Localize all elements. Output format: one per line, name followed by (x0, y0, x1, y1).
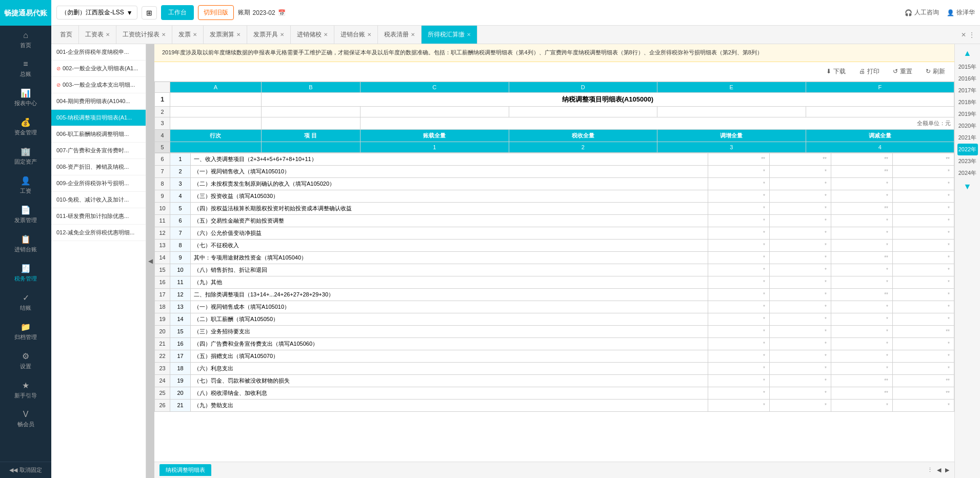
c4-10[interactable] (893, 264, 954, 276)
c2-7[interactable] (770, 227, 831, 239)
year-btn-2022[interactable]: 2022年 (957, 144, 978, 155)
company-icon-btn[interactable]: ⊞ (142, 6, 157, 19)
item-9[interactable]: 其中：专项用途财政性资金（填写A105040） (191, 251, 708, 264)
item-10[interactable]: （八）销售折扣、折让和退回 (191, 264, 708, 276)
left-panel-item-asset-depreciation[interactable]: 008-资产折旧、摊销及纳税... (51, 159, 146, 175)
hang-2[interactable]: 2 (170, 165, 191, 177)
item-17[interactable]: （五）捐赠支出（填写A105070） (191, 350, 708, 362)
sidebar-item-asset-mgmt[interactable]: 💰资金管理 (0, 112, 51, 142)
hang-1[interactable]: 1 (170, 153, 191, 165)
c4-17[interactable] (893, 350, 954, 362)
sidebar-item-invoice-mgmt[interactable]: 📄发票管理 (0, 200, 51, 229)
sidebar-item-home[interactable]: ⌂首页 (0, 26, 51, 54)
item-15[interactable]: （三）业务招待要支出 (191, 325, 708, 337)
item-11[interactable]: （九）其他 (191, 276, 708, 288)
c3-1[interactable]: * (831, 153, 893, 165)
left-panel-item-corp-income[interactable]: 001-企业所得税年度纳税申... (51, 44, 146, 61)
hang-11[interactable]: 11 (170, 276, 191, 288)
item-21[interactable]: （九）赞助支出 (191, 399, 708, 411)
c1-7[interactable] (708, 227, 770, 239)
year-btn-2024[interactable]: 2024年 (957, 167, 978, 179)
hang-16[interactable]: 16 (170, 337, 191, 350)
c2-12[interactable] (770, 288, 831, 301)
item-20[interactable]: （八）税收滞纳金、加收利息 (191, 387, 708, 399)
left-panel-item-ad-fee[interactable]: 007-广告费和业务宣传费时... (51, 143, 146, 159)
more-tabs-btn[interactable]: ⋮ (969, 31, 975, 38)
hang-10[interactable]: 10 (170, 264, 191, 276)
item-2[interactable]: （一）视同销售收入（填写A105010） (191, 165, 708, 177)
c3-9[interactable]: * (831, 251, 893, 264)
item-8[interactable]: （七）不征税收入 (191, 239, 708, 251)
c2-9[interactable] (770, 251, 831, 264)
c3-10[interactable] (831, 264, 893, 276)
hang-4[interactable]: 4 (170, 190, 191, 202)
c4-9[interactable] (893, 251, 954, 264)
hang-9[interactable]: 9 (170, 251, 191, 264)
hang-6[interactable]: 6 (170, 214, 191, 227)
left-panel-item-salary-adjust[interactable]: 006-职工薪酬纳税调整明细... (51, 126, 146, 143)
c1-18[interactable] (708, 362, 770, 374)
c2-11[interactable] (770, 276, 831, 288)
year-down-btn[interactable]: ▼ (962, 180, 974, 193)
c4-5[interactable] (893, 202, 954, 214)
close-all-tabs-btn[interactable]: ✕ (961, 31, 966, 38)
hang-17[interactable]: 17 (170, 350, 191, 362)
tab-9[interactable]: 所得税汇算缴✕ (422, 26, 477, 44)
c2-8[interactable] (770, 239, 831, 251)
c4-2[interactable] (893, 165, 954, 177)
old-version-button[interactable]: 切到旧版 (198, 5, 234, 20)
c1-14[interactable] (708, 313, 770, 325)
c4-1[interactable]: * (893, 153, 954, 165)
c2-14[interactable] (770, 313, 831, 325)
item-1[interactable]: 一、收入类调整项目（2+3+4+5+6+7+8+10+11） (191, 153, 708, 165)
c2-10[interactable] (770, 264, 831, 276)
c1-19[interactable] (708, 374, 770, 387)
sidebar-fix-btn[interactable]: ◀◀ 取消固定 (0, 462, 51, 478)
collapse-button[interactable]: ◀ (146, 44, 154, 478)
more-sheets-icon[interactable]: ⋮ (927, 467, 933, 473)
c2-15[interactable] (770, 325, 831, 337)
hang-3[interactable]: 3 (170, 177, 191, 190)
year-btn-2018[interactable]: 2018年 (957, 96, 978, 108)
tab-close-3[interactable]: ✕ (193, 32, 197, 37)
sidebar-item-general[interactable]: ≡总账 (0, 54, 51, 83)
c1-11[interactable] (708, 276, 770, 288)
reset-button[interactable]: ↺ 重置 (889, 65, 916, 78)
year-btn-2020[interactable]: 2020年 (957, 120, 978, 132)
company-selector[interactable]: （勿删）江西股金-LSS ▼ (56, 6, 137, 19)
left-panel-item-tax-adjust[interactable]: 005-纳税调整项目明细表(A1... (51, 110, 146, 126)
sidebar-item-purchase-sales[interactable]: 📋进销台账 (0, 229, 51, 258)
c1-5[interactable] (708, 202, 770, 214)
tab-4[interactable]: 发票测算✕ (204, 26, 247, 44)
tab-close-8[interactable]: ✕ (411, 32, 415, 37)
c3-20[interactable]: * (831, 387, 893, 399)
left-panel-item-period-expense[interactable]: 004-期间费用明细表(A1040... (51, 93, 146, 110)
c4-15[interactable]: * (893, 325, 954, 337)
sidebar-item-newbie[interactable]: ★新手引导 (0, 375, 51, 405)
hang-12[interactable]: 12 (170, 288, 191, 301)
sidebar-item-vip[interactable]: V畅会员 (0, 405, 51, 433)
tab-5[interactable]: 发票开具✕ (247, 26, 291, 44)
c3-4[interactable] (831, 190, 893, 202)
tab-close-5[interactable]: ✕ (280, 32, 284, 37)
year-btn-2017[interactable]: 2017年 (957, 85, 978, 96)
tab-close-1[interactable]: ✕ (106, 32, 110, 37)
c2-17[interactable] (770, 350, 831, 362)
c3-5[interactable]: * (831, 202, 893, 214)
sidebar-item-fixed-asset[interactable]: 🏢固定资产 (0, 142, 51, 171)
user-profile[interactable]: 👤 徐泽华 (947, 8, 975, 17)
c3-11[interactable] (831, 276, 893, 288)
c2-20[interactable] (770, 387, 831, 399)
item-12[interactable]: 二、扣除类调整项目（13+14+...24+26+27+28+29+30） (191, 288, 708, 301)
year-btn-2019[interactable]: 2019年 (957, 108, 978, 120)
sidebar-item-tax[interactable]: 🧾税务管理 (0, 258, 51, 288)
tab-close-2[interactable]: ✕ (162, 32, 166, 37)
c2-5[interactable] (770, 202, 831, 214)
item-16[interactable]: （四）广告费和业务宣传费支出（填写A105060） (191, 337, 708, 350)
item-4[interactable]: （三）投资收益（填写A105030） (191, 190, 708, 202)
left-panel-item-exempt-deduct[interactable]: 010-免税、减计收入及加计... (51, 192, 146, 208)
c4-8[interactable] (893, 239, 954, 251)
sidebar-item-report[interactable]: 📊报表中心 (0, 83, 51, 112)
left-panel-item-general-income[interactable]: ⊘002-一般企业收入明细表(A1... (51, 61, 146, 77)
c1-12[interactable] (708, 288, 770, 301)
